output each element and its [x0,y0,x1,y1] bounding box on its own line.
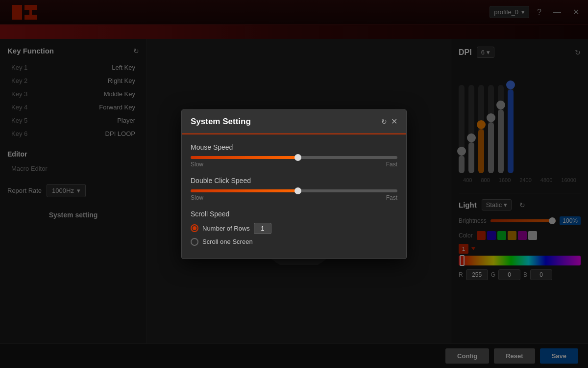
number-of-rows-label: Number of Rows [202,225,250,232]
modal-overlay: System Setting ↻ ✕ Mouse Speed Slow Fast [0,0,588,368]
scroll-section: Scroll Speed Number of Rows Scroll one S… [191,210,397,246]
double-click-section: Double Click Speed Slow Fast [191,177,397,201]
number-of-rows-input[interactable] [254,223,271,234]
double-click-slow: Slow [191,194,203,201]
modal-refresh-button[interactable]: ↻ [381,118,387,126]
radio-dot [193,226,196,230]
mouse-speed-title: Mouse Speed [191,143,397,151]
scroll-one-screen-radio[interactable] [191,238,198,246]
modal-header: System Setting ↻ ✕ [182,110,406,134]
modal-body: Mouse Speed Slow Fast Double Click Speed [182,134,406,259]
mouse-speed-slow: Slow [191,161,203,168]
number-of-rows-radio[interactable] [191,224,198,232]
scroll-title: Scroll Speed [191,210,397,218]
mouse-speed-slider[interactable] [191,156,397,159]
number-of-rows-row: Number of Rows [191,223,397,234]
system-setting-modal: System Setting ↻ ✕ Mouse Speed Slow Fast [181,109,407,259]
modal-header-buttons: ↻ ✕ [381,117,397,126]
scroll-one-screen-label: Scroll one Screen [202,238,253,245]
double-click-labels: Slow Fast [191,194,397,201]
double-click-slider[interactable] [191,189,397,192]
double-click-fast: Fast [386,194,397,201]
mouse-speed-fast: Fast [386,161,397,168]
double-click-title: Double Click Speed [191,177,397,184]
mouse-speed-section: Mouse Speed Slow Fast [191,143,397,168]
modal-close-button[interactable]: ✕ [391,117,397,126]
scroll-one-screen-row: Scroll one Screen [191,238,397,246]
mouse-speed-labels: Slow Fast [191,161,397,168]
modal-title: System Setting [191,117,251,127]
